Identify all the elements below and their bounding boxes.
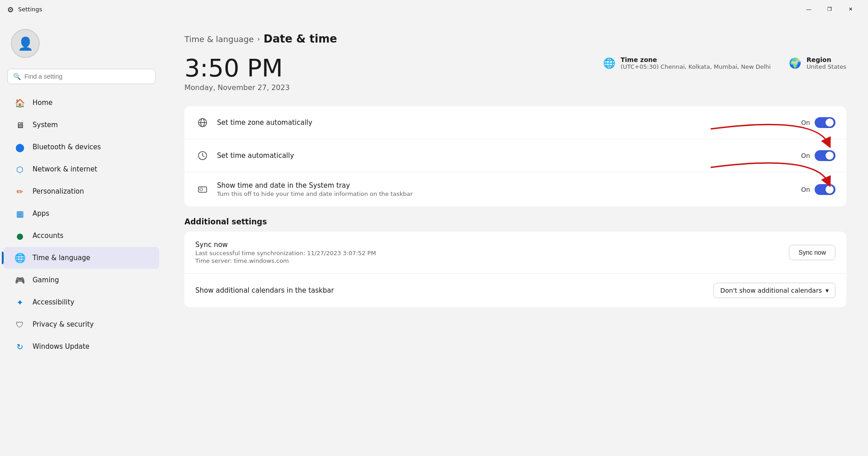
- time-auto-text: Set time automatically: [217, 152, 794, 160]
- sidebar-item-label: Time & language: [33, 254, 90, 262]
- time-date: Monday, November 27, 2023: [184, 83, 603, 92]
- maximize-button[interactable]: ❐: [819, 2, 840, 16]
- systray-control: On: [801, 184, 835, 195]
- sidebar-item-label: Accounts: [33, 232, 63, 240]
- systray-icon: [195, 182, 210, 197]
- timezone-icon: 🌐: [603, 57, 615, 69]
- region-value: United States: [807, 63, 846, 70]
- sidebar-item-label: Network & internet: [33, 165, 97, 173]
- sidebar-item-label: Bluetooth & devices: [33, 143, 101, 151]
- sidebar-item-personalization[interactable]: ✏ Personalization: [4, 180, 159, 202]
- additional-settings-section: Sync now Last successful time synchroniz…: [184, 232, 846, 307]
- setting-row-systray: Show time and date in the System tray Tu…: [184, 172, 846, 206]
- sync-title: Sync now: [195, 241, 782, 249]
- sidebar-item-windows-update[interactable]: ↻ Windows Update: [4, 336, 159, 357]
- time-auto-toggle[interactable]: [815, 150, 835, 161]
- system-icon: 🖥: [14, 119, 25, 130]
- apps-icon: ▦: [14, 208, 25, 219]
- sidebar-item-time[interactable]: 🌐 Time & language: [4, 247, 159, 269]
- sidebar-item-accessibility[interactable]: ✦ Accessibility: [4, 291, 159, 313]
- timezone-auto-text: Set time zone automatically: [217, 119, 794, 127]
- search-box[interactable]: 🔍: [7, 69, 156, 84]
- windows-update-icon: ↻: [14, 341, 25, 352]
- network-icon: ⬡: [14, 164, 25, 175]
- close-button[interactable]: ✕: [840, 2, 861, 16]
- sync-row: Sync now Last successful time synchroniz…: [184, 232, 846, 274]
- sidebar-item-bluetooth[interactable]: ⬤ Bluetooth & devices: [4, 136, 159, 158]
- sidebar-item-network[interactable]: ⬡ Network & internet: [4, 158, 159, 180]
- time-value: 3:50 PM: [184, 56, 603, 81]
- timezone-value: (UTC+05:30) Chennai, Kolkata, Mumbai, Ne…: [621, 63, 771, 70]
- setting-row-time-auto: Set time automatically On: [184, 139, 846, 172]
- region-info: Region United States: [807, 56, 846, 70]
- minimize-button[interactable]: —: [798, 2, 819, 16]
- sidebar-nav: 🏠 Home 🖥 System ⬤ Bluetooth & devices ⬡ …: [0, 91, 163, 456]
- avatar-area: 👤: [0, 22, 163, 69]
- systray-state: On: [801, 186, 810, 193]
- sidebar-item-gaming[interactable]: 🎮 Gaming: [4, 269, 159, 291]
- sidebar: 👤 🔍 🏠 Home 🖥 System ⬤ Bluetooth & device…: [0, 18, 163, 456]
- calendar-dropdown-value: Don't show additional calendars: [720, 287, 822, 294]
- main-content: Time & language › Date & time 3:50 PM Mo…: [163, 18, 868, 456]
- region-meta: 🌍 Region United States: [789, 56, 846, 70]
- sidebar-item-label: Personalization: [33, 187, 84, 195]
- search-input[interactable]: [24, 73, 150, 80]
- calendar-label: Show additional calendars in the taskbar: [195, 286, 706, 294]
- accounts-icon: ●: [14, 230, 25, 241]
- sidebar-item-privacy[interactable]: 🛡 Privacy & security: [4, 314, 159, 335]
- toggle-thumb: [826, 119, 834, 127]
- calendar-row: Show additional calendars in the taskbar…: [184, 274, 846, 307]
- timezone-label: Time zone: [621, 56, 771, 63]
- sync-text: Sync now Last successful time synchroniz…: [195, 241, 782, 264]
- timezone-info: Time zone (UTC+05:30) Chennai, Kolkata, …: [621, 56, 771, 70]
- setting-row-timezone-auto: Set time zone automatically On: [184, 106, 846, 139]
- systray-toggle[interactable]: [815, 184, 835, 195]
- time-icon: 🌐: [14, 252, 25, 263]
- time-auto-control: On: [801, 150, 835, 161]
- sidebar-item-label: System: [33, 121, 58, 129]
- time-display: 3:50 PM Monday, November 27, 2023 🌐 Time…: [184, 56, 846, 92]
- timezone-auto-control: On: [801, 117, 835, 128]
- time-meta: 🌐 Time zone (UTC+05:30) Chennai, Kolkata…: [603, 56, 846, 70]
- sidebar-item-label: Gaming: [33, 276, 59, 284]
- timezone-auto-label: Set time zone automatically: [217, 119, 794, 127]
- sidebar-item-accounts[interactable]: ● Accounts: [4, 225, 159, 247]
- sidebar-item-label: Privacy & security: [33, 320, 94, 328]
- settings-icon: ⚙: [7, 5, 14, 13]
- time-auto-state: On: [801, 152, 810, 159]
- personalization-icon: ✏: [14, 186, 25, 197]
- bluetooth-icon: ⬤: [14, 142, 25, 152]
- avatar: 👤: [11, 29, 40, 58]
- accessibility-icon: ✦: [14, 297, 25, 308]
- sidebar-item-home[interactable]: 🏠 Home: [4, 92, 159, 114]
- sidebar-item-label: Accessibility: [33, 298, 74, 306]
- sidebar-item-system[interactable]: 🖥 System: [4, 114, 159, 136]
- time-main: 3:50 PM Monday, November 27, 2023: [184, 56, 603, 92]
- systray-text: Show time and date in the System tray Tu…: [217, 181, 794, 197]
- timezone-auto-state: On: [801, 119, 810, 126]
- breadcrumb-current: Date & time: [264, 33, 337, 45]
- gaming-icon: 🎮: [14, 275, 25, 285]
- svg-line-5: [203, 156, 204, 157]
- sync-detail2: Time server: time.windows.com: [195, 257, 782, 264]
- region-label: Region: [807, 56, 846, 63]
- app-body: 👤 🔍 🏠 Home 🖥 System ⬤ Bluetooth & device…: [0, 18, 868, 456]
- search-icon: 🔍: [13, 73, 21, 80]
- systray-label: Show time and date in the System tray: [217, 181, 794, 190]
- privacy-icon: 🛡: [14, 319, 25, 330]
- systray-sublabel: Turn this off to hide your time and date…: [217, 190, 794, 197]
- calendar-dropdown[interactable]: Don't show additional calendars ▾: [713, 283, 835, 298]
- titlebar-title: Settings: [18, 6, 798, 13]
- timezone-auto-toggle[interactable]: [815, 117, 835, 128]
- breadcrumb: Time & language › Date & time: [184, 33, 846, 45]
- breadcrumb-separator: ›: [257, 35, 260, 43]
- toggle-thumb: [826, 185, 834, 194]
- time-auto-label: Set time automatically: [217, 152, 794, 160]
- sync-now-button[interactable]: Sync now: [789, 245, 835, 260]
- breadcrumb-parent: Time & language: [184, 34, 254, 44]
- sidebar-item-apps[interactable]: ▦ Apps: [4, 203, 159, 224]
- additional-settings-title: Additional settings: [184, 217, 846, 226]
- svg-rect-7: [200, 188, 203, 190]
- titlebar: ⚙ Settings — ❐ ✕: [0, 0, 868, 18]
- timezone-auto-icon: [195, 115, 210, 130]
